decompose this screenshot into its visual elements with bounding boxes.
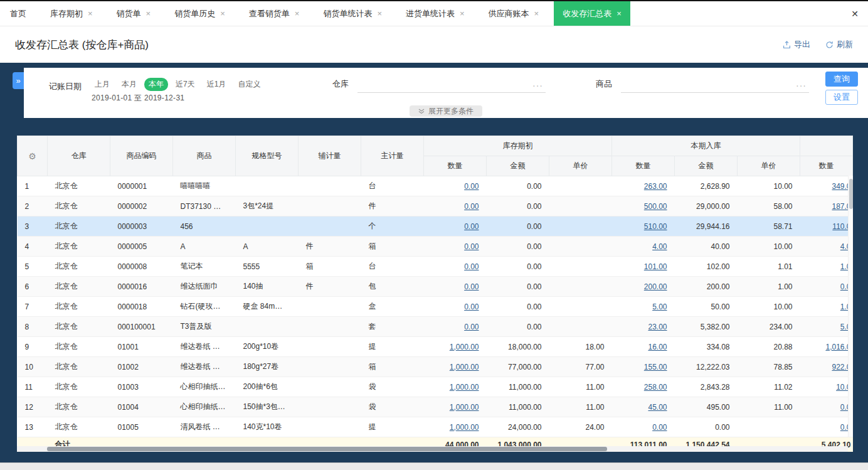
- table-row[interactable]: 2北京仓0000002DT37130 …3包*24提件0.000.00500.0…: [18, 196, 853, 216]
- table-row[interactable]: 12北京仓01004心相印抽纸…150抽*3包…袋1,000.0011,000.…: [18, 397, 853, 417]
- product-select[interactable]: ···: [621, 78, 809, 93]
- qty-drilldown-link[interactable]: 0.00: [652, 423, 667, 432]
- cell-opening-qty[interactable]: 1,000.00: [424, 397, 487, 417]
- qty-drilldown-link[interactable]: 0.00: [464, 202, 479, 211]
- table-row[interactable]: 8北京仓000100001T3普及版套0.000.0023.005,382.00…: [18, 317, 853, 337]
- horizontal-scrollbar[interactable]: [17, 446, 848, 452]
- tab-item-home[interactable]: 首页: [1, 1, 35, 26]
- subcolumn-header-amount[interactable]: 金额: [487, 156, 549, 176]
- qty-drilldown-link[interactable]: 155.00: [644, 363, 667, 371]
- close-all-tabs-icon[interactable]: ✕: [842, 1, 868, 26]
- cell-in-qty[interactable]: 200.00: [612, 277, 675, 297]
- expand-more-button[interactable]: 展开更多条件: [410, 105, 482, 117]
- cell-out-qty[interactable]: 0.0: [800, 397, 853, 417]
- cell-in-qty[interactable]: 45.00: [612, 397, 675, 417]
- refresh-button[interactable]: 刷新: [825, 39, 853, 50]
- cell-out-qty[interactable]: 349.0: [800, 176, 853, 196]
- horizontal-scrollbar-thumb[interactable]: [47, 447, 607, 451]
- qty-drilldown-link[interactable]: 45.00: [648, 403, 667, 412]
- column-header-warehouse[interactable]: 仓库: [48, 136, 110, 176]
- qty-drilldown-link[interactable]: 510.00: [644, 222, 667, 231]
- tab-item[interactable]: 销货单 ×: [108, 1, 160, 26]
- tab-close-icon[interactable]: ×: [460, 9, 465, 18]
- table-row[interactable]: 1北京仓0000001嘻嘻嘻嘻台0.000.00263.002,628.9010…: [18, 176, 853, 196]
- cell-in-qty[interactable]: 258.00: [612, 377, 675, 397]
- column-header-product-code[interactable]: 商品编码: [110, 136, 173, 176]
- tab-close-icon[interactable]: ×: [220, 9, 225, 18]
- cell-in-qty[interactable]: 263.00: [612, 176, 675, 196]
- cell-opening-qty[interactable]: 1,000.00: [424, 417, 487, 437]
- quick-range-button[interactable]: 本月: [117, 78, 141, 91]
- quick-range-button[interactable]: 近1月: [203, 78, 231, 91]
- export-button[interactable]: 导出: [783, 39, 810, 50]
- cell-out-qty[interactable]: 10.0: [800, 377, 853, 397]
- qty-drilldown-link[interactable]: 1,000.00: [450, 383, 479, 392]
- qty-drilldown-link[interactable]: 0.00: [464, 262, 479, 271]
- settings-button[interactable]: 设置: [825, 90, 858, 105]
- column-header-product[interactable]: 商品: [173, 136, 236, 176]
- tab-close-icon[interactable]: ×: [295, 9, 300, 18]
- query-button[interactable]: 查询: [825, 72, 858, 87]
- cell-out-qty[interactable]: 4.0: [800, 237, 853, 257]
- quick-range-button[interactable]: 上月: [90, 78, 114, 91]
- table-row[interactable]: 3北京仓0000003456个0.000.00510.0029,944.1658…: [18, 216, 853, 237]
- vertical-scrollbar-thumb[interactable]: [849, 179, 853, 209]
- subcolumn-header-price[interactable]: 单价: [549, 156, 612, 176]
- table-row[interactable]: 9北京仓01001维达卷纸 …200g*10卷提1,000.0018,000.0…: [18, 337, 853, 357]
- qty-drilldown-link[interactable]: 5.00: [652, 302, 667, 311]
- cell-in-qty[interactable]: 23.00: [612, 317, 675, 337]
- cell-in-qty[interactable]: 510.00: [612, 216, 675, 237]
- cell-opening-qty[interactable]: 0.00: [424, 297, 487, 317]
- qty-drilldown-link[interactable]: 258.00: [644, 383, 667, 392]
- qty-drilldown-link[interactable]: 23.00: [648, 323, 667, 331]
- tab-close-icon[interactable]: ×: [377, 9, 382, 18]
- cell-opening-qty[interactable]: 0.00: [424, 277, 487, 297]
- subcolumn-header-qty[interactable]: 数量: [424, 156, 487, 176]
- qty-drilldown-link[interactable]: 0.00: [464, 182, 479, 191]
- table-row[interactable]: 13北京仓01005清风卷纸 …140克*10卷提1,000.0024,000.…: [18, 417, 853, 437]
- cell-out-qty[interactable]: 187.0: [800, 196, 853, 216]
- date-range-text[interactable]: 2019-01-01 至 2019-12-31: [92, 93, 184, 104]
- tab-item[interactable]: 供应商账本 ×: [480, 1, 548, 26]
- cell-in-qty[interactable]: 16.00: [612, 337, 675, 357]
- cell-out-qty[interactable]: 1.0: [800, 257, 853, 277]
- tab-item[interactable]: 查看销货单 ×: [240, 1, 309, 26]
- cell-out-qty[interactable]: 5.0: [800, 317, 853, 337]
- cell-opening-qty[interactable]: 0.00: [424, 317, 487, 337]
- cell-in-qty[interactable]: 101.00: [612, 257, 675, 277]
- qty-drilldown-link[interactable]: 200.00: [644, 282, 667, 291]
- tab-close-icon[interactable]: ×: [146, 9, 151, 18]
- cell-opening-qty[interactable]: 0.00: [424, 237, 487, 257]
- table-row[interactable]: 7北京仓0000018钻石(硬玫…硬盒 84m…盒0.000.005.0050.…: [18, 297, 853, 317]
- qty-drilldown-link[interactable]: 1,016.0: [825, 343, 850, 351]
- cell-opening-qty[interactable]: 0.00: [424, 176, 487, 196]
- cell-in-qty[interactable]: 500.00: [612, 196, 675, 216]
- tab-item[interactable]: 进货单统计表 ×: [397, 1, 474, 26]
- qty-drilldown-link[interactable]: 16.00: [648, 343, 667, 351]
- qty-drilldown-link[interactable]: 1,000.00: [450, 363, 479, 371]
- cell-in-qty[interactable]: 5.00: [612, 297, 675, 317]
- cell-opening-qty[interactable]: 0.00: [424, 216, 487, 237]
- quick-range-button[interactable]: 自定义: [233, 78, 265, 91]
- table-row[interactable]: 5北京仓0000008笔记本5555箱台0.000.00101.00102.00…: [18, 257, 853, 277]
- qty-drilldown-link[interactable]: 0.00: [464, 323, 479, 331]
- cell-opening-qty[interactable]: 1,000.00: [424, 357, 487, 377]
- tab-close-icon[interactable]: ×: [617, 9, 622, 18]
- table-row[interactable]: 11北京仓01003心相印抽纸…200抽*6包袋1,000.0011,000.0…: [18, 377, 853, 397]
- qty-drilldown-link[interactable]: 500.00: [644, 202, 667, 211]
- column-settings-icon[interactable]: ⚙: [18, 136, 48, 176]
- qty-drilldown-link[interactable]: 0.00: [464, 242, 479, 251]
- qty-drilldown-link[interactable]: 1,000.00: [450, 343, 479, 351]
- qty-drilldown-link[interactable]: 1,000.00: [450, 403, 479, 412]
- subcolumn-header-qty[interactable]: 数量: [612, 156, 675, 176]
- warehouse-more-icon[interactable]: ···: [532, 81, 543, 90]
- tab-item-active[interactable]: 收发存汇总表 ×: [554, 1, 630, 26]
- quick-range-button[interactable]: 近7天: [171, 78, 199, 91]
- cell-out-qty[interactable]: 1.0: [800, 297, 853, 317]
- cell-opening-qty[interactable]: 1,000.00: [424, 337, 487, 357]
- cell-in-qty[interactable]: 0.00: [612, 417, 675, 437]
- qty-drilldown-link[interactable]: 4.00: [652, 242, 667, 251]
- qty-drilldown-link[interactable]: 101.00: [644, 262, 667, 271]
- subcolumn-header-amount[interactable]: 金额: [675, 156, 738, 176]
- cell-out-qty[interactable]: 0.0: [800, 277, 853, 297]
